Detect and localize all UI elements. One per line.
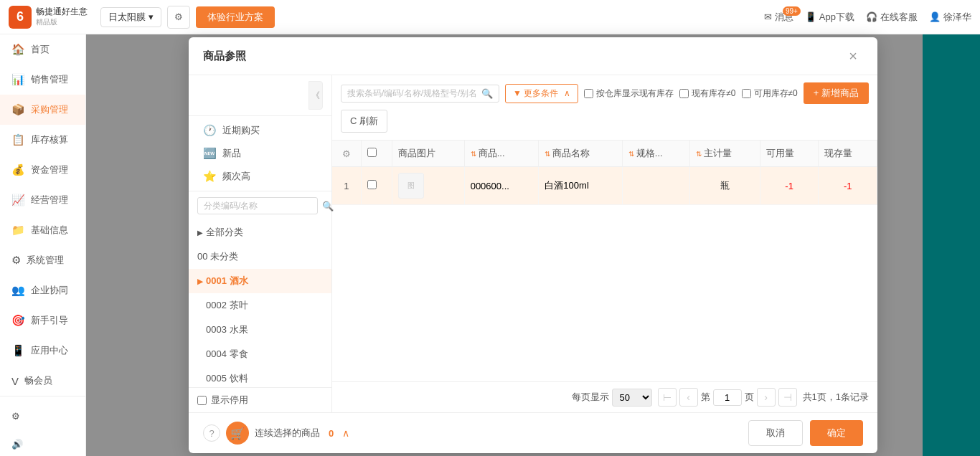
footer-right: 取消 确定: [748, 420, 863, 446]
new-icon: 🆕: [203, 147, 217, 160]
sidebar: 🏠 首页 📊 销售管理 📦 采购管理 📋 库存核算 💰 资金管理 📈 经营管理 …: [0, 34, 86, 456]
sidebar-item-member[interactable]: V 畅会员: [0, 366, 85, 396]
home-icon: 🏠: [11, 43, 25, 56]
sidebar-item-inventory[interactable]: 📋 库存核算: [0, 125, 85, 155]
show-disabled-checkbox[interactable]: [197, 396, 207, 405]
th-unit[interactable]: ⇅ 主计量: [690, 141, 760, 167]
more-filter-btn[interactable]: ▼ 更多条件 ∧: [505, 84, 578, 103]
page-label: 第: [701, 391, 710, 404]
per-page-select[interactable]: 10 20 50 100: [612, 389, 652, 407]
last-page-btn[interactable]: ⊣: [778, 388, 797, 407]
th-name[interactable]: ⇅ 商品名称: [539, 141, 623, 167]
row-available-cell: -1: [760, 167, 819, 205]
headset-icon: 🎧: [866, 11, 877, 22]
operation-icon: 📈: [11, 194, 25, 206]
top-nav: 6 畅捷通好生意 精品版 日太阳膜 ▾ ⚙ 体验行业方案 ✉ 消息 99+ 📱 …: [0, 0, 980, 34]
continuous-select-label: 连续选择的商品: [255, 427, 320, 440]
prev-page-btn[interactable]: ‹: [679, 388, 698, 407]
pagination-bar: 每页显示 10 20 50 100 ⊢ ‹: [332, 381, 877, 412]
category-0005[interactable]: 0005 饮料: [189, 366, 331, 387]
trial-btn[interactable]: 体验行业方案: [196, 6, 275, 28]
cancel-btn[interactable]: 取消: [748, 420, 803, 446]
online-service-btn[interactable]: 🎧 在线客服: [866, 11, 918, 24]
current-stock-checkbox[interactable]: 现有库存≠0: [679, 87, 735, 100]
th-available[interactable]: 可用量: [760, 141, 819, 167]
product-modal: 商品参照 × 《 🕐 近期购买: [189, 37, 877, 453]
logo: 6 畅捷通好生意 精品版: [9, 6, 95, 29]
select-all-checkbox[interactable]: [367, 148, 377, 157]
filter-bar: 🔍 ▼ 更多条件 ∧ 按仓库显示现有库存: [332, 75, 877, 141]
th-code[interactable]: ⇅ 商品...: [464, 141, 539, 167]
modal-title: 商品参照: [203, 49, 246, 63]
settings-icon[interactable]: ⚙: [167, 6, 190, 29]
sidebar-item-home[interactable]: 🏠 首页: [0, 34, 85, 65]
sidebar-item-basic[interactable]: 📁 基础信息: [0, 215, 85, 245]
sidebar-item-sales[interactable]: 📊 销售管理: [0, 65, 85, 95]
quick-item-recent-label: 近期购买: [222, 124, 260, 137]
sidebar-item-finance[interactable]: 💰 资金管理: [0, 155, 85, 185]
quick-item-recent[interactable]: 🕐 近期购买: [189, 119, 331, 142]
page-nav: ⊢ ‹ 第 页 › ⊣: [658, 388, 797, 407]
warehouse-stock-label: 按仓库显示现有库存: [596, 87, 674, 100]
category-0001[interactable]: ▶ 0001 酒水: [189, 269, 331, 293]
sidebar-item-apps[interactable]: 📱 应用中心: [0, 336, 85, 366]
collapse-left-btn[interactable]: 《: [308, 81, 323, 110]
table-row[interactable]: 1 图 000600... 白酒100ml 瓶: [332, 167, 877, 205]
refresh-btn[interactable]: C 刷新: [341, 110, 387, 133]
product-search-field: 🔍: [341, 85, 499, 103]
sidebar-item-system[interactable]: ⚙ 系统管理: [0, 245, 85, 275]
th-checkbox[interactable]: [361, 141, 392, 167]
category-all[interactable]: ▶ 全部分类: [189, 220, 331, 244]
warehouse-stock-checkbox[interactable]: 按仓库显示现有库存: [584, 87, 674, 100]
category-0002[interactable]: 0002 茶叶: [189, 293, 331, 318]
sidebar-item-enterprise[interactable]: 👥 企业协同: [0, 275, 85, 305]
category-search-input[interactable]: [197, 197, 318, 214]
messages-btn[interactable]: ✉ 消息 99+: [764, 11, 793, 24]
row-code-cell: 000600...: [464, 167, 539, 205]
sidebar-label-sales: 销售管理: [31, 73, 68, 86]
sidebar-settings-btn[interactable]: ⚙: [0, 402, 85, 430]
th-gear[interactable]: ⚙: [332, 141, 361, 167]
next-page-btn[interactable]: ›: [757, 388, 776, 407]
sidebar-item-guide[interactable]: 🎯 新手引导: [0, 305, 85, 336]
main-layout: 🏠 首页 📊 销售管理 📦 采购管理 📋 库存核算 💰 资金管理 📈 经营管理 …: [0, 34, 980, 456]
sidebar-volume-btn[interactable]: 🔊: [0, 430, 85, 456]
search-icon[interactable]: 🔍: [481, 88, 493, 99]
cart-icon[interactable]: 🛒: [226, 422, 249, 445]
available-stock-label: 可用库存≠0: [754, 87, 798, 100]
sidebar-item-purchase[interactable]: 📦 采购管理: [0, 95, 85, 125]
available-stock-checkbox[interactable]: 可用库存≠0: [742, 87, 798, 100]
category-00[interactable]: 00 未分类: [189, 244, 331, 269]
product-table-container: ⚙ 商品图片 ⇅ 商品...: [332, 141, 877, 381]
add-product-btn[interactable]: + 新增商品: [804, 82, 869, 104]
volume-icon: 🔊: [11, 439, 23, 450]
select-count: 0: [329, 428, 334, 439]
app-download-btn[interactable]: 📱 App下载: [805, 11, 854, 24]
th-spec[interactable]: ⇅ 规格...: [622, 141, 689, 167]
sidebar-label-enterprise: 企业协同: [31, 284, 68, 297]
quick-item-frequent[interactable]: ⭐ 频次高: [189, 165, 331, 188]
product-search-input[interactable]: [347, 88, 479, 98]
nav-selector[interactable]: 日太阳膜 ▾: [100, 7, 161, 27]
confirm-btn[interactable]: 确定: [810, 420, 863, 446]
modal-close-btn[interactable]: ×: [843, 46, 863, 66]
page-input[interactable]: [713, 389, 742, 406]
purchase-icon: 📦: [11, 103, 25, 116]
help-icon[interactable]: ?: [203, 424, 220, 442]
row-stock-cell: -1: [819, 167, 877, 205]
category-0004[interactable]: 0004 零食: [189, 342, 331, 366]
user-avatar[interactable]: 👤 徐泽华: [929, 11, 971, 24]
sidebar-bottom: ⚙ 🔊: [0, 396, 85, 456]
collapse-up-icon[interactable]: ∧: [342, 427, 349, 439]
sidebar-item-operation[interactable]: 📈 经营管理: [0, 185, 85, 215]
per-page-label: 每页显示: [572, 391, 609, 404]
content-area: 商品参照 × 《 🕐 近期购买: [86, 34, 980, 456]
row-checkbox[interactable]: [367, 180, 377, 189]
modal-overlay: 商品参照 × 《 🕐 近期购买: [86, 34, 980, 456]
first-page-btn[interactable]: ⊢: [658, 388, 677, 407]
star-icon: ⭐: [203, 170, 217, 183]
quick-item-new[interactable]: 🆕 新品: [189, 142, 331, 165]
category-0003[interactable]: 0003 水果: [189, 318, 331, 342]
row-image-cell: 图: [392, 167, 464, 205]
row-checkbox-cell[interactable]: [361, 167, 392, 205]
